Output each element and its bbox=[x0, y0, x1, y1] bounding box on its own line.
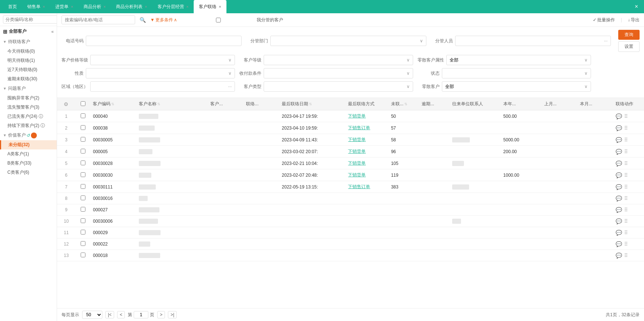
row-checkbox[interactable] bbox=[81, 149, 85, 154]
row-lastway[interactable]: 下销售订单 bbox=[346, 122, 388, 134]
next-page-btn[interactable]: > bbox=[157, 311, 165, 318]
row-checkbox[interactable] bbox=[81, 137, 85, 142]
my-customers-checkbox[interactable] bbox=[182, 18, 255, 22]
person-select[interactable]: ··· bbox=[455, 36, 611, 46]
row-check[interactable] bbox=[75, 134, 91, 146]
apps-icon[interactable]: ⠿ bbox=[624, 160, 628, 166]
apps-icon[interactable]: ⠿ bbox=[624, 149, 628, 155]
query-button[interactable]: 查询 bbox=[618, 30, 640, 40]
apps-icon[interactable]: ⠿ bbox=[624, 230, 628, 236]
chat-icon[interactable]: 💬 bbox=[616, 113, 622, 119]
row-checkbox[interactable] bbox=[81, 253, 85, 257]
sidebar-item-overdue-pending[interactable]: 逾期未联络(30) bbox=[0, 74, 57, 84]
tab-customer-contact[interactable]: 客户联络 × bbox=[194, 0, 226, 13]
chat-icon[interactable]: 💬 bbox=[616, 125, 622, 131]
row-checkbox[interactable] bbox=[81, 184, 85, 189]
row-check[interactable] bbox=[75, 227, 91, 239]
sidebar-item-class-c[interactable]: C类客户(6) bbox=[0, 168, 57, 177]
close-customer-contact-tab[interactable]: × bbox=[219, 4, 221, 9]
apps-icon[interactable]: ⠿ bbox=[624, 207, 628, 213]
sidebar-item-class-b[interactable]: B类客户(33) bbox=[0, 159, 57, 168]
tab-customer-segment[interactable]: 客户分层经营 × bbox=[152, 0, 194, 13]
row-check[interactable] bbox=[75, 110, 91, 122]
settings-icon[interactable]: ⚙ bbox=[64, 101, 68, 107]
chat-icon[interactable]: 💬 bbox=[616, 137, 622, 143]
sidebar-group-pending[interactable]: ▼ 待联络客户 bbox=[0, 37, 57, 47]
chat-icon[interactable]: 💬 bbox=[616, 172, 622, 178]
refresh-icon[interactable]: ↺ bbox=[27, 133, 30, 138]
close-customer-segment-tab[interactable]: × bbox=[186, 4, 189, 9]
row-lastway[interactable]: 下销货单 bbox=[346, 146, 388, 158]
row-lastway[interactable]: 下销售订单 bbox=[346, 181, 388, 193]
price-level-select[interactable]: ∨ bbox=[90, 55, 235, 65]
row-checkbox[interactable] bbox=[81, 195, 85, 200]
chat-icon[interactable]: 💬 bbox=[616, 160, 622, 166]
th-settings[interactable]: ⚙ bbox=[57, 98, 75, 110]
dept-select[interactable]: ∨ bbox=[270, 36, 426, 46]
tab-product-analysis[interactable]: 商品分析 × bbox=[78, 0, 111, 13]
row-check[interactable] bbox=[75, 250, 91, 261]
export-button[interactable]: ↓ 导出 bbox=[628, 17, 640, 23]
search-button[interactable]: 🔍 bbox=[140, 17, 146, 23]
row-lastway[interactable] bbox=[346, 227, 388, 239]
row-lastway[interactable]: 下销货单 bbox=[346, 134, 388, 146]
batch-ops-button[interactable]: ✓ 批量操作 bbox=[593, 17, 615, 23]
close-product-analysis-tab[interactable]: × bbox=[103, 4, 106, 9]
payment-select[interactable]: ∨ bbox=[264, 68, 413, 78]
row-check[interactable] bbox=[75, 193, 91, 204]
apps-icon[interactable]: ⠿ bbox=[624, 137, 628, 143]
row-lastway[interactable] bbox=[346, 216, 388, 227]
customer-type-select[interactable]: ∨ bbox=[264, 81, 413, 92]
prev-page-btn[interactable]: < bbox=[117, 311, 125, 318]
row-lastway[interactable] bbox=[346, 239, 388, 250]
row-checkbox[interactable] bbox=[81, 218, 85, 223]
phone-input[interactable] bbox=[86, 36, 242, 46]
sort-icon-notouch[interactable]: ⇅ bbox=[404, 102, 407, 106]
row-check[interactable] bbox=[75, 216, 91, 227]
tab-home[interactable]: 首页 bbox=[3, 0, 22, 13]
chat-icon[interactable]: 💬 bbox=[616, 218, 622, 224]
page-size-select[interactable]: 50 100 bbox=[82, 311, 102, 319]
page-input[interactable] bbox=[134, 311, 148, 318]
check-all[interactable] bbox=[81, 101, 85, 106]
chat-icon[interactable]: 💬 bbox=[616, 195, 622, 201]
row-checkbox[interactable] bbox=[81, 160, 85, 165]
apps-icon[interactable]: ⠿ bbox=[624, 241, 628, 247]
last-page-btn[interactable]: >| bbox=[168, 311, 177, 318]
sidebar-item-today-pending[interactable]: 今天待联络(0) bbox=[0, 47, 57, 56]
row-check[interactable] bbox=[75, 169, 91, 181]
sidebar-item-ungroup[interactable]: 未分组(32) bbox=[0, 140, 57, 149]
nature-select[interactable]: ∨ bbox=[86, 68, 235, 78]
chat-icon[interactable]: 💬 bbox=[616, 149, 622, 155]
sidebar-item-churn-warning[interactable]: 流失预警客户(3) bbox=[0, 103, 57, 112]
chat-icon[interactable]: 💬 bbox=[616, 184, 622, 190]
row-checkbox[interactable] bbox=[81, 241, 85, 246]
apps-icon[interactable]: ⠿ bbox=[624, 113, 628, 119]
apps-icon[interactable]: ⠿ bbox=[624, 184, 628, 190]
row-lastway[interactable]: 下销货单 bbox=[346, 110, 388, 122]
row-lastway[interactable] bbox=[346, 193, 388, 204]
row-checkbox[interactable] bbox=[81, 113, 85, 118]
sidebar-group-value[interactable]: ▼ 价值客户 ↺ bbox=[0, 130, 57, 140]
sort-icon-name[interactable]: ⇅ bbox=[157, 102, 160, 106]
my-customers-checkbox-area[interactable]: 我分管的客户 bbox=[182, 17, 283, 23]
status-select[interactable]: ∨ bbox=[442, 68, 591, 78]
apps-icon[interactable]: ⠿ bbox=[624, 195, 628, 201]
more-filters-button[interactable]: ▼ 更多条件 ∧ bbox=[150, 17, 177, 23]
row-check[interactable] bbox=[75, 158, 91, 169]
chat-icon[interactable]: 💬 bbox=[616, 241, 622, 247]
tab-product-analysis-list[interactable]: 商品分析列表 × bbox=[111, 0, 152, 13]
category-search-input[interactable] bbox=[3, 15, 57, 24]
sidebar-item-hoarding-abnormal[interactable]: 囤购异常客户(2) bbox=[0, 94, 57, 103]
scatter-attr-select[interactable]: 全部 ∨ bbox=[446, 55, 591, 65]
apps-icon[interactable]: ⠿ bbox=[624, 125, 628, 131]
close-sales-tab[interactable]: × bbox=[43, 4, 45, 9]
chat-icon[interactable]: 💬 bbox=[616, 207, 622, 213]
row-lastway[interactable]: 下销货单 bbox=[346, 158, 388, 169]
apps-icon[interactable]: ⠿ bbox=[624, 218, 628, 224]
row-check[interactable] bbox=[75, 122, 91, 134]
sidebar-item-churned[interactable]: 已流失客户(24) ⓘ bbox=[0, 112, 57, 121]
first-page-btn[interactable]: |< bbox=[105, 311, 114, 318]
row-lastway[interactable]: 下销货单 bbox=[346, 169, 388, 181]
row-checkbox[interactable] bbox=[81, 125, 85, 130]
